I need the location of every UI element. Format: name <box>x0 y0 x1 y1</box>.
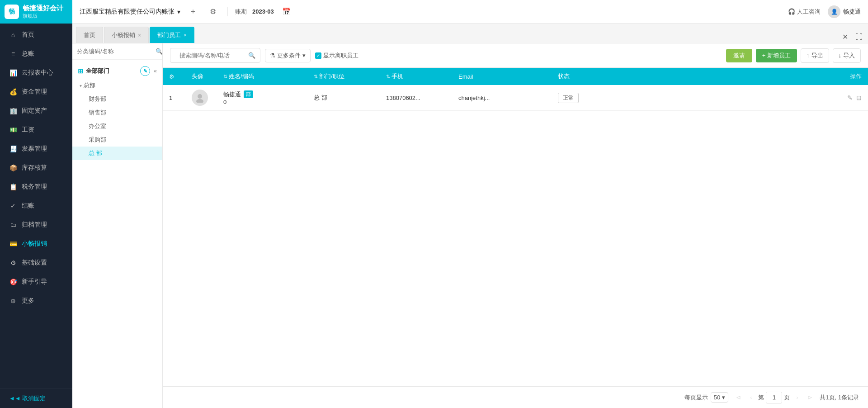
sidebar-item-more[interactable]: ⊕ 更多 <box>0 291 72 310</box>
collapse-tree-button[interactable]: « <box>154 68 157 74</box>
sidebar-item-capital[interactable]: 💰 资金管理 <box>0 82 72 101</box>
tax-icon: 📋 <box>9 183 17 191</box>
page-number-input[interactable] <box>766 392 782 403</box>
edit-dept-button[interactable]: ✎ <box>140 66 150 76</box>
settings-button[interactable]: ⚙ <box>206 5 220 19</box>
sidebar-item-home[interactable]: ⌂ 首页 <box>0 25 72 44</box>
logout-employee-button[interactable]: ⊟ <box>856 94 862 101</box>
service-button[interactable]: 🎧 人工咨询 <box>788 8 821 16</box>
sidebar-item-ledger[interactable]: ≡ 总账 <box>0 44 72 63</box>
dept-search-input[interactable] <box>77 48 153 55</box>
sidebar-item-salary[interactable]: 💵 工资 <box>0 120 72 139</box>
assets-icon: 🏢 <box>9 107 17 115</box>
col-settings[interactable]: ⚙ <box>163 68 185 85</box>
close-tab-button[interactable]: ✕ <box>840 31 850 43</box>
company-selector[interactable]: 江西服宝精品有限责任公司内账张 ▾ <box>80 8 180 16</box>
sidebar-item-label: 归档管理 <box>22 221 47 229</box>
sidebar-item-label: 总账 <box>22 50 34 58</box>
xiaochang-icon: 💳 <box>9 240 17 248</box>
sidebar-item-guide[interactable]: 🎯 新手引导 <box>0 272 72 291</box>
guide-icon: 🎯 <box>9 278 17 286</box>
employee-search-input[interactable] <box>175 50 245 61</box>
page-nav: ⊲ ‹ 第 页 › ⊳ <box>733 392 815 403</box>
all-dept-node[interactable]: ⊞ 全部部门 ✎ « <box>72 63 162 79</box>
filter-icon: ⚗ <box>270 52 275 59</box>
dept-finance[interactable]: 财务部 <box>72 92 162 106</box>
dept-purchase[interactable]: 采购部 <box>72 133 162 147</box>
export-button[interactable]: ↑ 导出 <box>801 48 829 63</box>
dept-search-icon[interactable]: 🔍 <box>156 48 163 55</box>
sidebar-item-checkout[interactable]: ✓ 结账 <box>0 196 72 215</box>
home-icon: ⌂ <box>9 31 17 39</box>
archive-icon: 🗂 <box>9 221 17 229</box>
sidebar-item-reports[interactable]: 📊 云报表中心 <box>0 63 72 82</box>
sidebar-item-settings[interactable]: ⚙ 基础设置 <box>0 253 72 272</box>
col-avatar: 头像 <box>185 68 217 85</box>
page-size-selector: 每页显示 50 ▾ <box>684 392 728 403</box>
employee-search-icon[interactable]: 🔍 <box>248 52 255 59</box>
dept-sales[interactable]: 销售部 <box>72 106 162 119</box>
tab-xiaochang[interactable]: 小畅报销 × <box>104 27 149 43</box>
more-filter-button[interactable]: ⚗ 更多条件 ▾ <box>265 49 311 62</box>
import-button[interactable]: ↓ 导入 <box>833 48 861 63</box>
left-panel: 🔍 ⊞ 全部部门 ✎ « ▾ 总部 财务部 <box>72 43 163 408</box>
table-header-row: ⚙ 头像 姓名/编码 部门/职位 手机 <box>163 68 868 85</box>
prev-page-button[interactable]: ‹ <box>745 392 756 403</box>
filter-dropdown-icon: ▾ <box>302 52 306 59</box>
col-email: Email <box>452 68 552 85</box>
sidebar-item-archive[interactable]: 🗂 归档管理 <box>0 215 72 234</box>
col-name[interactable]: 姓名/编码 <box>217 68 307 85</box>
sidebar-item-label: 税务管理 <box>22 183 47 191</box>
show-resigned-toggle[interactable]: ✓ 显示离职员工 <box>315 52 359 60</box>
sidebar-item-inventory[interactable]: 📦 库存核算 <box>0 158 72 177</box>
all-dept-label: 全部部门 <box>86 67 109 75</box>
dept-general[interactable]: 总 部 <box>72 147 162 160</box>
employee-toolbar: 🔍 ⚗ 更多条件 ▾ ✓ 显示离职员工 邀请 + 新增员工 ↑ 导出 <box>163 43 868 68</box>
tab-dept-employee[interactable]: 部门员工 × <box>150 27 194 43</box>
employee-table: ⚙ 头像 姓名/编码 部门/职位 手机 <box>163 68 868 111</box>
dept-office-label: 办公室 <box>89 123 106 129</box>
invite-button[interactable]: 邀请 <box>726 49 752 62</box>
export-icon: ↑ <box>807 52 810 59</box>
sidebar-item-xiaochang[interactable]: 💳 小畅报销 <box>0 234 72 253</box>
logo-icon: 畅 <box>5 5 19 19</box>
show-resigned-checkbox[interactable]: ✓ <box>315 52 321 59</box>
invoice-icon: 🧾 <box>9 145 17 153</box>
filter-label: 更多条件 <box>277 52 301 60</box>
page-size-select[interactable]: 50 ▾ <box>711 392 728 403</box>
employee-dept-badge: 部 <box>244 90 253 98</box>
cell-email: chanjethkj... <box>452 85 552 111</box>
cell-no: 1 <box>163 85 185 111</box>
add-employee-button[interactable]: + 新增员工 <box>756 49 797 62</box>
col-phone[interactable]: 手机 <box>380 68 452 85</box>
user-menu[interactable]: 👤 畅捷通 <box>828 5 861 18</box>
unpin-sidebar-button[interactable]: ◄◄ 取消固定 <box>0 389 72 408</box>
sidebar-nav: ⌂ 首页 ≡ 总账 📊 云报表中心 💰 资金管理 🏢 固定资产 💵 工资 🧾 发… <box>0 24 72 389</box>
reports-icon: 📊 <box>9 69 17 77</box>
first-page-button[interactable]: ⊲ <box>733 392 744 403</box>
sidebar-item-label: 云报表中心 <box>22 69 53 77</box>
edit-employee-button[interactable]: ✎ <box>847 94 853 101</box>
user-name: 畅捷通 <box>843 8 861 16</box>
headquarters-header[interactable]: ▾ 总部 <box>72 79 162 92</box>
sidebar-item-assets[interactable]: 🏢 固定资产 <box>0 101 72 120</box>
tab-home[interactable]: 首页 <box>76 27 103 43</box>
topbar: 江西服宝精品有限责任公司内账张 ▾ ＋ ⚙ 账期 2023-03 📅 🎧 人工咨… <box>72 0 868 24</box>
dept-office[interactable]: 办公室 <box>72 119 162 133</box>
sidebar-item-invoice[interactable]: 🧾 发票管理 <box>0 139 72 158</box>
col-dept[interactable]: 部门/职位 <box>307 68 380 85</box>
tab-xiaochang-close[interactable]: × <box>138 32 141 38</box>
tab-dept-close[interactable]: × <box>184 32 187 38</box>
employee-name: 畅捷通 <box>223 90 241 99</box>
last-page-button[interactable]: ⊳ <box>804 392 815 403</box>
sidebar-item-tax[interactable]: 📋 税务管理 <box>0 177 72 196</box>
cell-avatar <box>185 85 217 111</box>
add-company-button[interactable]: ＋ <box>186 5 200 19</box>
sidebar-item-label: 更多 <box>22 297 34 305</box>
more-icon: ⊕ <box>9 297 17 305</box>
calendar-icon[interactable]: 📅 <box>279 5 294 19</box>
maximize-tab-button[interactable]: ⛶ <box>854 31 864 43</box>
table-row: 1 畅捷通 <box>163 85 868 111</box>
headset-icon: 🎧 <box>788 8 795 15</box>
next-page-button[interactable]: › <box>792 392 802 403</box>
